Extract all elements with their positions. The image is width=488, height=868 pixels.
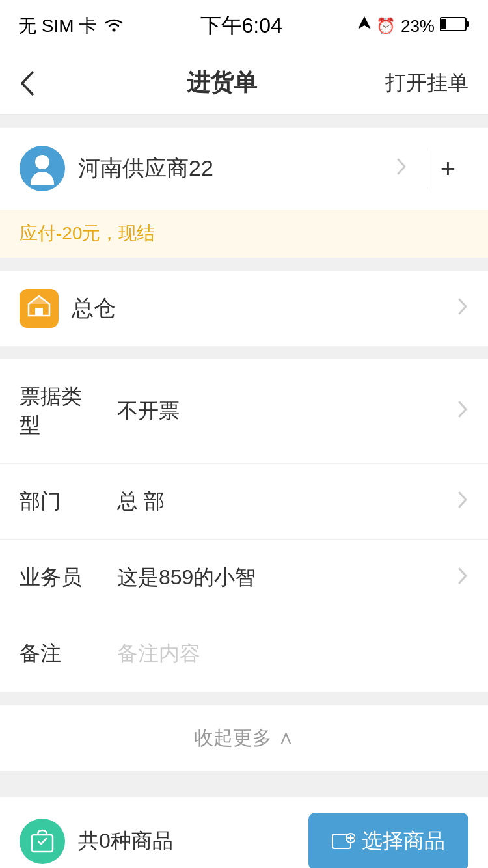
supplier-avatar xyxy=(20,146,65,191)
warehouse-icon xyxy=(27,295,51,322)
status-right: ⏰ 23% xyxy=(358,16,470,36)
back-button[interactable] xyxy=(20,70,59,97)
form-row-salesperson[interactable]: 业务员 这是859的小智 xyxy=(0,540,488,616)
department-chevron-icon xyxy=(457,490,468,514)
page-title: 进货单 xyxy=(187,67,257,99)
salesperson-chevron-icon xyxy=(457,566,468,590)
salesperson-value: 这是859的小智 xyxy=(117,563,437,592)
divider-bottom xyxy=(0,771,488,784)
battery-icon xyxy=(440,16,470,36)
supplier-row[interactable]: 河南供应商22 + xyxy=(0,128,488,210)
product-count: 共0种商品 xyxy=(78,827,295,856)
svg-marker-1 xyxy=(358,16,371,29)
warehouse-icon-wrap xyxy=(20,289,59,328)
divider-warehouse xyxy=(0,258,488,271)
divider-top xyxy=(0,115,488,128)
warehouse-chevron-icon xyxy=(457,297,468,321)
salesperson-label: 业务员 xyxy=(20,563,98,592)
bottom-bar: 共0种商品 选择商品 xyxy=(0,797,488,868)
supplier-section: 河南供应商22 + 应付-20元，现结 xyxy=(0,128,488,258)
select-product-label: 选择商品 xyxy=(362,827,445,856)
remark-placeholder[interactable]: 备注内容 xyxy=(117,640,468,668)
supplier-name: 河南供应商22 xyxy=(78,154,383,183)
alarm-icon: ⏰ xyxy=(376,17,396,35)
add-supplier-button[interactable]: + xyxy=(427,148,468,189)
warehouse-row[interactable]: 总仓 xyxy=(0,271,488,346)
status-left: 无 SIM 卡 xyxy=(18,14,124,38)
location-icon xyxy=(358,16,371,36)
notice-bar: 应付-20元，现结 xyxy=(0,210,488,258)
department-label: 部门 xyxy=(20,487,98,516)
select-product-button[interactable]: 选择商品 xyxy=(308,813,468,868)
form-row-remark[interactable]: 备注 备注内容 xyxy=(0,616,488,692)
svg-rect-3 xyxy=(466,21,469,27)
notice-text: 应付-20元，现结 xyxy=(20,223,155,243)
form-row-invoice[interactable]: 票据类型 不开票 xyxy=(0,359,488,464)
form-row-department[interactable]: 部门 总 部 xyxy=(0,464,488,540)
form-section: 票据类型 不开票 部门 总 部 业务员 这是859的小智 xyxy=(0,359,488,692)
open-pending-button[interactable]: 打开挂单 xyxy=(385,69,468,98)
status-bar: 无 SIM 卡 下午6:04 ⏰ 23% xyxy=(0,0,488,52)
invoice-value: 不开票 xyxy=(117,397,437,426)
plus-icon: + xyxy=(441,154,455,183)
chevron-right-icon xyxy=(396,157,407,181)
department-value: 总 部 xyxy=(117,487,437,516)
nav-bar: 进货单 打开挂单 xyxy=(0,52,488,115)
collapse-text: 收起更多 ∧ xyxy=(194,725,293,752)
invoice-chevron-icon xyxy=(457,400,468,424)
person-icon xyxy=(29,155,55,182)
collapse-more-section[interactable]: 收起更多 ∧ xyxy=(0,705,488,771)
status-time: 下午6:04 xyxy=(200,12,282,40)
product-icon-wrap xyxy=(20,819,65,864)
svg-marker-7 xyxy=(29,296,49,304)
invoice-label: 票据类型 xyxy=(20,383,98,440)
svg-point-0 xyxy=(113,29,116,32)
svg-rect-4 xyxy=(441,19,446,29)
carrier-text: 无 SIM 卡 xyxy=(18,14,97,38)
warehouse-section: 总仓 xyxy=(0,271,488,346)
remark-label: 备注 xyxy=(20,640,98,668)
warehouse-name: 总仓 xyxy=(72,293,444,323)
wifi-icon xyxy=(103,16,124,36)
svg-rect-6 xyxy=(35,308,43,316)
battery-text: 23% xyxy=(401,16,435,36)
